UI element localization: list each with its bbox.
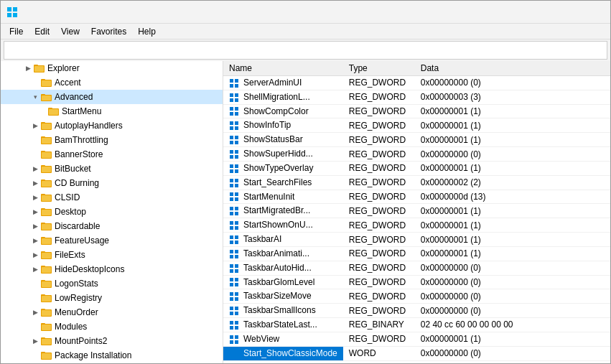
- expand-icon[interactable]: ▶: [29, 363, 41, 363]
- table-row[interactable]: TaskbarAutoHid...REG_DWORD0x00000000 (0): [223, 261, 610, 275]
- tree-panel[interactable]: ▶ Explorer Accent ▾ Advanced StartMenu: [1, 61, 223, 363]
- expand-icon[interactable]: ▶: [22, 61, 34, 75]
- reg-name: TaskbarAnimati...: [243, 248, 309, 258]
- tree-item[interactable]: BamThrottling: [1, 133, 223, 147]
- col-type: Type: [343, 61, 415, 76]
- tree-item[interactable]: ▶ MountPoints2: [1, 334, 223, 348]
- reg-data-cell: 02 40 cc 60 00 00 00 00: [415, 318, 610, 332]
- folder-icon: [34, 63, 45, 73]
- table-row[interactable]: ServerAdminUIREG_DWORD0x00000000 (0): [223, 76, 610, 90]
- expand-icon[interactable]: ▶: [29, 205, 41, 219]
- tree-item[interactable]: ▶ Desktop: [1, 205, 223, 219]
- expand-icon[interactable]: ▶: [29, 118, 41, 133]
- expand-icon[interactable]: ▶: [29, 305, 41, 319]
- tree-item[interactable]: ▶ BitBucket: [1, 162, 223, 176]
- table-row[interactable]: TaskbarSizeMoveREG_DWORD0x00000000 (0): [223, 289, 610, 304]
- table-row[interactable]: TaskbarSmallIconsREG_DWORD0x00000000 (0): [223, 304, 610, 318]
- tree-item[interactable]: ▶ FileExts: [1, 248, 223, 262]
- reg-type-cell: REG_DWORD: [343, 90, 415, 104]
- svg-rect-150: [235, 350, 238, 353]
- reg-name: StartMenuInit: [243, 192, 294, 202]
- reg-name-cell: TaskbarAnimati...: [223, 246, 343, 261]
- table-row[interactable]: StartMigratedBr...REG_DWORD0x00000001 (1…: [223, 204, 610, 218]
- tree-item[interactable]: ▶ MenuOrder: [1, 305, 223, 319]
- svg-rect-132: [235, 283, 238, 286]
- expand-icon[interactable]: ▶: [29, 176, 41, 190]
- tree-item[interactable]: Modules: [1, 319, 223, 334]
- svg-rect-36: [42, 210, 51, 215]
- tree-item[interactable]: Accent: [1, 75, 223, 90]
- tree-item[interactable]: ▾ Advanced: [1, 90, 223, 104]
- maximize-button[interactable]: [538, 1, 572, 24]
- menu-item-file[interactable]: File: [4, 25, 29, 38]
- table-row[interactable]: TaskbarGlomLevelREG_DWORD0x00000000 (0): [223, 275, 610, 289]
- table-row[interactable]: ShowSuperHidd...REG_DWORD0x00000000 (0): [223, 147, 610, 162]
- table-row[interactable]: TaskbarAnimati...REG_DWORD0x00000001 (1): [223, 246, 610, 261]
- tree-item[interactable]: ▶ HideDesktopIcons: [1, 262, 223, 276]
- reg-type-cell: REG_DWORD: [343, 76, 415, 90]
- expand-icon[interactable]: ▶: [29, 334, 41, 348]
- tree-item[interactable]: StartMenu: [1, 104, 223, 118]
- tree-item[interactable]: ▶ RecentDocs: [1, 363, 223, 363]
- table-row[interactable]: TaskbarStateLast...REG_BINARY02 40 cc 60…: [223, 318, 610, 332]
- tree-item[interactable]: ▶ CD Burning: [1, 176, 223, 190]
- svg-rect-85: [230, 121, 233, 125]
- tree-label: LogonStats: [55, 279, 98, 289]
- tree-item[interactable]: LowRegistry: [1, 291, 223, 305]
- tree-item[interactable]: LogonStats: [1, 276, 223, 291]
- tree-item[interactable]: ▶ Discardable: [1, 219, 223, 233]
- reg-name: ShellMigrationL...: [243, 92, 310, 102]
- expand-icon[interactable]: ▶: [29, 190, 41, 205]
- expand-icon[interactable]: ▾: [29, 90, 41, 104]
- svg-rect-107: [230, 197, 233, 201]
- expand-icon[interactable]: ▶: [29, 219, 41, 233]
- tree-label: MenuOrder: [55, 307, 98, 317]
- menu-item-view[interactable]: View: [55, 25, 85, 38]
- expand-icon[interactable]: ▶: [29, 262, 41, 276]
- menubar: FileEditViewFavoritesHelp: [1, 24, 610, 39]
- table-row[interactable]: ShowInfoTipREG_DWORD0x00000001 (1): [223, 118, 610, 133]
- svg-rect-139: [230, 312, 233, 315]
- expand-icon[interactable]: ▶: [29, 162, 41, 176]
- tree-item[interactable]: BannerStore: [1, 147, 223, 162]
- menu-item-help[interactable]: Help: [132, 25, 162, 38]
- svg-rect-108: [235, 197, 238, 201]
- svg-rect-120: [235, 241, 238, 244]
- svg-rect-113: [230, 221, 233, 225]
- reg-data-cell: 0x00000001 (1): [415, 161, 610, 175]
- tree-item[interactable]: ▶ AutoplayHandlers: [1, 118, 223, 133]
- svg-rect-24: [42, 152, 51, 158]
- table-row[interactable]: ShowTypeOverlayREG_DWORD0x00000001 (1): [223, 161, 610, 175]
- reg-name-cell: TaskbarAI: [223, 233, 343, 247]
- reg-data-cell: 0x00000000 (0): [415, 76, 610, 90]
- expand-icon[interactable]: ▶: [29, 248, 41, 262]
- reg-type-cell: REG_DWORD: [343, 175, 415, 190]
- menu-item-favorites[interactable]: Favorites: [85, 25, 132, 38]
- table-row[interactable]: TaskbarAIREG_DWORD0x00000001 (1): [223, 233, 610, 247]
- tree-item[interactable]: Package Installation: [1, 348, 223, 363]
- table-row[interactable]: ShowCompColorREG_DWORD0x00000001 (1): [223, 104, 610, 118]
- table-row[interactable]: Start_ShowClassicModeWORD0x00000000 (0): [223, 346, 610, 360]
- registry-panel[interactable]: Name Type Data ServerAdminUIREG_DWORD0x0…: [223, 61, 610, 363]
- svg-rect-149: [230, 350, 233, 353]
- tree-item[interactable]: ▶ Explorer: [1, 61, 223, 75]
- reg-name-cell: ShowTypeOverlay: [223, 161, 343, 175]
- expand-icon[interactable]: ▶: [29, 233, 41, 248]
- reg-type-cell: REG_DWORD: [343, 218, 415, 233]
- reg-data-cell: 0x00000001 (1): [415, 118, 610, 133]
- menu-item-edit[interactable]: Edit: [29, 25, 55, 38]
- close-button[interactable]: [572, 1, 605, 24]
- table-row[interactable]: ShowStatusBarREG_DWORD0x00000001 (1): [223, 133, 610, 147]
- table-row[interactable]: StartMenuInitREG_DWORD0x0000000d (13): [223, 190, 610, 204]
- tree-item[interactable]: ▶ CLSID: [1, 190, 223, 205]
- reg-name-cell: ShowInfoTip: [223, 118, 343, 133]
- table-row[interactable]: Start_SearchFilesREG_DWORD0x00000002 (2): [223, 175, 610, 190]
- folder-icon: [41, 92, 52, 102]
- svg-rect-100: [235, 169, 238, 173]
- tree-item[interactable]: ▶ FeatureUsage: [1, 233, 223, 248]
- table-row[interactable]: WebViewREG_DWORD0x00000001 (1): [223, 332, 610, 346]
- reg-name-cell: Start_ShowClassicMode: [223, 346, 343, 360]
- table-row[interactable]: ShellMigrationL...REG_DWORD0x00000003 (3…: [223, 90, 610, 104]
- minimize-button[interactable]: [505, 1, 538, 24]
- table-row[interactable]: StartShownOnU...REG_DWORD0x00000001 (1): [223, 218, 610, 233]
